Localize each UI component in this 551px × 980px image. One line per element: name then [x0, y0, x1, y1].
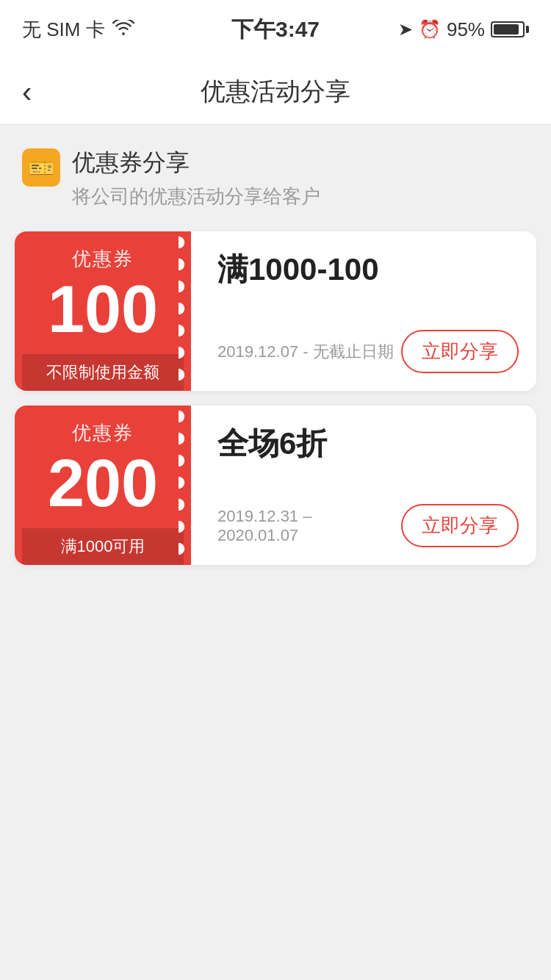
- section-subtitle: 将公司的优惠活动分享给客户: [72, 184, 320, 209]
- nav-bar: ‹ 优惠活动分享: [0, 59, 551, 125]
- coupon-amount-0: 100: [48, 276, 158, 342]
- coupon-label-0: 优惠券: [72, 246, 134, 272]
- battery-percent: 95%: [447, 18, 485, 41]
- empty-area: [0, 587, 551, 954]
- coupon-right-0: 满1000-100 2019.12.07 - 无截止日期 立即分享: [191, 231, 536, 391]
- wifi-icon: [112, 18, 134, 41]
- carrier-text: 无 SIM 卡: [22, 17, 105, 43]
- coupon-amount-1: 200: [48, 450, 158, 516]
- coupon-bottom-row-0: 2019.12.07 - 无截止日期 立即分享: [217, 330, 519, 373]
- section-title: 优惠券分享: [72, 147, 320, 179]
- status-bar: 无 SIM 卡 下午3:47 ➤ ⏰ 95%: [0, 0, 551, 59]
- coupon-condition-0: 不限制使用金额: [22, 354, 184, 391]
- coupon-card: 优惠券 200 满1000可用 全场6折 2019.12.31 – 2020.0…: [15, 406, 536, 565]
- alarm-icon: ⏰: [419, 19, 441, 40]
- coupon-condition-1: 满1000可用: [22, 528, 184, 565]
- coupon-left-0: 优惠券 100 不限制使用金额: [15, 231, 191, 391]
- section-header: 🎫 优惠券分享 将公司的优惠活动分享给客户: [0, 125, 551, 224]
- status-left: 无 SIM 卡: [22, 17, 134, 43]
- section-icon: 🎫: [22, 148, 60, 187]
- section-text-block: 优惠券分享 将公司的优惠活动分享给客户: [72, 147, 320, 209]
- coupon-list: 优惠券 100 不限制使用金额 满1000-100 2019.12.07 - 无…: [0, 224, 551, 587]
- coupon-card: 优惠券 100 不限制使用金额 满1000-100 2019.12.07 - 无…: [15, 231, 536, 391]
- coupon-bottom-row-1: 2019.12.31 – 2020.01.07 立即分享: [217, 504, 519, 547]
- coupon-name-0: 满1000-100: [217, 249, 519, 290]
- battery-icon: [491, 21, 529, 37]
- back-button[interactable]: ‹: [22, 77, 32, 107]
- coupon-left-1: 优惠券 200 满1000可用: [15, 406, 191, 565]
- status-right: ➤ ⏰ 95%: [398, 18, 529, 41]
- share-button-1[interactable]: 立即分享: [401, 504, 519, 547]
- coupon-label-1: 优惠券: [72, 420, 134, 446]
- page-title: 优惠活动分享: [201, 75, 350, 109]
- coupon-date-0: 2019.12.07 - 无截止日期: [217, 341, 394, 363]
- share-button-0[interactable]: 立即分享: [401, 330, 519, 373]
- status-time: 下午3:47: [231, 15, 320, 45]
- location-icon: ➤: [398, 19, 413, 40]
- coupon-name-1: 全场6折: [217, 423, 519, 464]
- coupon-right-1: 全场6折 2019.12.31 – 2020.01.07 立即分享: [191, 406, 536, 565]
- coupon-date-1: 2019.12.31 – 2020.01.07: [217, 507, 394, 545]
